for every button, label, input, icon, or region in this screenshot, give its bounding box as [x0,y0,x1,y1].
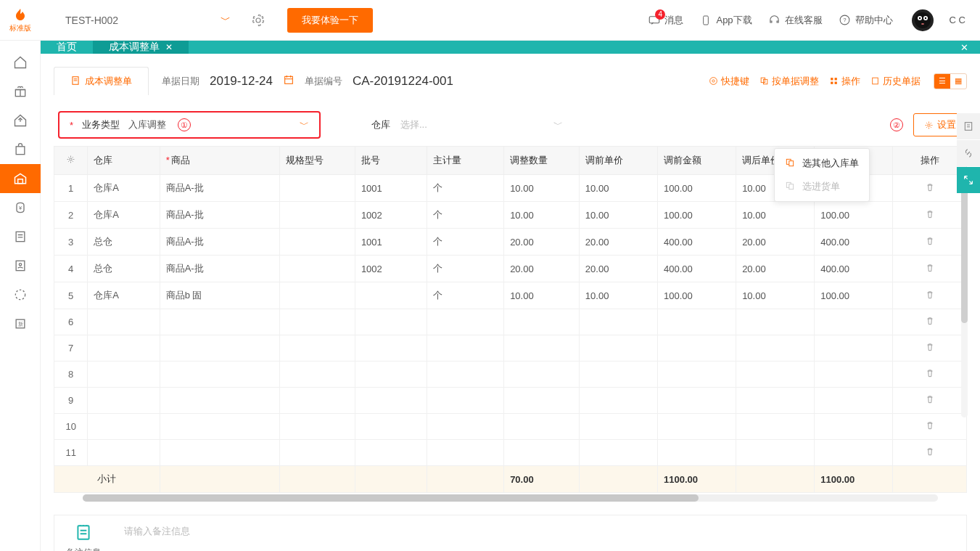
table-row[interactable]: 2 仓库A 商品A-批 1002 个 10.00 10.00 100.00 10… [54,202,967,229]
top-actions: 消息 4 App下载 在线客服 ? 帮助中心 C C [648,9,965,31]
svg-rect-27 [835,78,837,80]
remark-input[interactable] [124,526,955,536]
annotation-1: ① [178,118,191,131]
doc-date[interactable]: 2019-12-24 [210,74,273,89]
svg-rect-12 [17,179,22,184]
close-icon[interactable]: ✕ [165,42,173,52]
svg-rect-38 [965,123,971,131]
help-button[interactable]: ? 帮助中心 [839,14,893,27]
app-download-button[interactable]: App下载 [699,14,752,27]
table-row[interactable]: 8 [54,362,967,388]
trial-button[interactable]: 我要体验一下 [287,8,373,33]
warehouse-select[interactable]: 仓库 选择... ﹀ [371,118,563,131]
gear-icon [924,121,934,130]
delete-row-button[interactable] [893,414,967,440]
nav-up[interactable] [0,106,41,135]
chevron-down-icon: ﹀ [221,14,231,27]
nav-bag[interactable] [0,135,41,164]
nav-doc[interactable] [0,222,41,251]
calendar-icon[interactable] [283,74,295,88]
right-rail [957,113,980,193]
delete-row-button[interactable] [893,282,967,309]
horizontal-scrollbar[interactable] [83,494,938,502]
view-toggle[interactable]: ☰ ▦ [934,73,967,89]
delete-row-button[interactable] [893,440,967,466]
delete-row-button[interactable] [893,309,967,335]
svg-point-8 [924,17,926,18]
vertical-scrollbar[interactable] [961,171,968,417]
delete-row-button[interactable] [893,388,967,414]
nav-home[interactable] [0,48,41,77]
business-type-select[interactable]: * 业务类型 入库调整 ① ﹀ [58,111,321,139]
doc-head: 成本调整单 单据日期 2019-12-24 单据编号 CA-20191224-0… [54,67,967,95]
nav-gift[interactable] [0,77,41,106]
select-bill-popup: 选其他入库单 选进货单 [774,148,870,202]
select-purchase-bill: 选进货单 [775,175,869,198]
headset-icon [768,14,781,27]
tenant-select[interactable]: TEST-H002 ﹀ [58,9,238,31]
bill-icon [785,158,796,170]
phone-icon [699,14,712,27]
subtotal-row: 小计 70.00 1100.00 1100.00 [54,466,967,493]
rail-note[interactable] [957,113,980,139]
svg-point-36 [70,158,72,160]
nav-money[interactable]: ¥ [0,193,41,222]
table-row[interactable]: 11 [54,440,967,466]
tenant-name: TEST-H002 [65,15,118,26]
ops-tool[interactable]: 操作 [829,75,860,88]
delete-row-button[interactable] [893,229,967,256]
annotation-2: ② [890,118,903,131]
brand-logo[interactable]: 标准版 [0,0,41,41]
nav-user-doc[interactable] [0,251,41,280]
nav-new[interactable]: 新 [0,309,41,338]
table-row[interactable]: 4 总仓 商品A-批 1002 个 20.00 20.00 400.00 20.… [54,256,967,282]
messages-button[interactable]: 消息 4 [648,14,683,27]
msg-badge: 4 [655,9,665,20]
select-other-in-bill[interactable]: 选其他入库单 [775,152,869,175]
shortcut-tool[interactable]: 快捷键 [709,75,749,88]
delete-row-button[interactable] [893,362,967,388]
svg-text:¥: ¥ [18,205,22,211]
nav-dots[interactable] [0,280,41,309]
table-row[interactable]: 7 [54,335,967,362]
svg-point-31 [928,123,930,126]
delete-row-button[interactable] [893,335,967,362]
svg-rect-33 [789,160,794,166]
svg-point-16 [19,264,21,266]
doc-tools: 快捷键 按单据调整 操作 历史单据 ☰ ▦ [709,73,967,89]
flame-icon [12,7,29,25]
doc-title-tab[interactable]: 成本调整单 [54,67,149,95]
grid-view-icon[interactable]: ▦ [950,74,966,89]
table-row[interactable]: 10 [54,414,967,440]
topbar: 标准版 TEST-H002 ﹀ 我要体验一下 消息 4 App下载 在线客服 [0,0,980,41]
table-row[interactable]: 5 仓库A 商品b 固 个 10.00 10.00 100.00 10.00 1… [54,282,967,309]
close-all-tabs[interactable]: ✕ [948,41,980,54]
note-icon [74,523,93,544]
chevron-down-icon: ﹀ [300,118,309,131]
svg-rect-25 [763,79,767,84]
tab-home[interactable]: 首页 [41,41,93,54]
list-view-icon[interactable]: ☰ [934,74,950,89]
table-row[interactable]: 3 总仓 商品A-批 1001 个 20.00 20.00 400.00 20.… [54,229,967,256]
svg-point-22 [710,78,717,85]
service-button[interactable]: 在线客服 [768,14,823,27]
delete-row-button[interactable] [893,202,967,229]
rail-expand[interactable] [957,167,980,193]
svg-rect-29 [835,82,837,84]
doc-meta: 单据日期 2019-12-24 单据编号 CA-20191224-001 [162,74,453,89]
avatar[interactable] [912,9,934,31]
delete-row-button[interactable] [893,256,967,282]
history-tool[interactable]: 历史单据 [870,75,921,88]
by-bill-tool[interactable]: 按单据调整 [759,75,819,88]
svg-text:?: ? [843,17,847,23]
settings-icon[interactable] [250,12,267,29]
table-row[interactable]: 6 [54,309,967,335]
nav-warehouse[interactable] [0,164,41,193]
tabstrip: 首页 成本调整单 ✕ ✕ [41,41,980,54]
svg-rect-1 [704,16,709,25]
rail-link[interactable] [957,140,980,166]
row-settings-header[interactable] [54,147,88,175]
delete-row-button[interactable] [893,175,967,202]
table-row[interactable]: 9 [54,388,967,414]
tab-cost-adjust[interactable]: 成本调整单 ✕ [93,41,189,54]
